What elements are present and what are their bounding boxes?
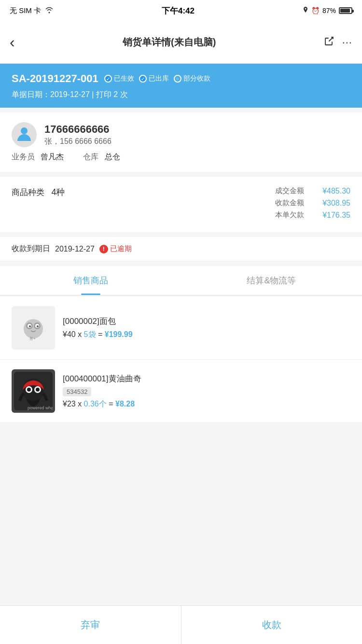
check-icon: ✓ xyxy=(104,75,112,83)
deal-amount-row: 成交金额 ¥485.30 xyxy=(275,186,350,196)
received-amount-row: 收款金额 ¥308.95 xyxy=(275,198,350,208)
status-active-badge: ✓ 已生效 xyxy=(104,74,134,83)
cookie-thumbnail: powered whale xyxy=(14,372,53,410)
customer-name-sub: 张，156 6666 6666 xyxy=(44,137,111,147)
product-name-bread: [0000002]面包 xyxy=(63,316,350,327)
order-id: SA-20191227-001 xyxy=(12,72,98,85)
status-badges: ✓ 已生效 ✓ 已出库 ○ 部分收款 xyxy=(104,74,210,83)
status-right: ⏰ 87% xyxy=(303,7,352,15)
location-icon xyxy=(303,7,308,15)
owed-amount-value: ¥176.35 xyxy=(312,211,350,220)
share-icon[interactable] xyxy=(324,36,334,49)
sales-rep-item: 业务员 曾凡杰 xyxy=(12,152,64,162)
avatar-icon xyxy=(15,125,33,145)
product-price-cookie: ¥23 x 0.36个 = ¥8.28 xyxy=(63,399,350,409)
avatar xyxy=(12,122,37,147)
customer-meta: 业务员 曾凡杰 仓库 总仓 xyxy=(12,152,350,162)
owed-amount-label: 本单欠款 xyxy=(275,210,304,220)
deal-amount-label: 成交金额 xyxy=(275,186,304,196)
product-unit-price-bread: ¥40 xyxy=(63,330,76,338)
products-section: 兽+ [0000002]面包 ¥40 x 5袋 = ¥199.99 xyxy=(0,296,362,423)
stats-right: 成交金额 ¥485.30 收款金额 ¥308.95 本单欠款 ¥176.35 xyxy=(275,186,350,223)
overdue-text: 已逾期 xyxy=(110,244,132,253)
product-thumb-cookie: powered whale xyxy=(12,369,55,413)
owed-amount-row: 本单欠款 ¥176.35 xyxy=(275,210,350,220)
product-qty-bread: 5袋 xyxy=(84,330,96,338)
received-amount-value: ¥308.95 xyxy=(312,199,350,208)
due-date-label: 收款到期日 xyxy=(12,244,50,254)
clock-icon: ○ xyxy=(174,75,181,83)
stats-section: 商品种类 4种 成交金额 ¥485.30 收款金额 ¥308.95 本单欠款 ¥… xyxy=(0,177,362,232)
svg-text:兽+: 兽+ xyxy=(29,336,36,341)
check-icon-2: ✓ xyxy=(139,75,147,83)
carrier-text: 无 SIM 卡 xyxy=(10,6,41,15)
svg-point-1 xyxy=(24,319,43,338)
back-button[interactable]: ‹ xyxy=(10,33,15,51)
svg-point-14 xyxy=(36,388,40,392)
product-name-cookie: [000400001]黄油曲奇 xyxy=(63,373,350,384)
nav-actions: ··· xyxy=(324,36,352,49)
warehouse-value: 总仓 xyxy=(105,153,120,161)
customer-phone: 17666666666 xyxy=(44,123,111,136)
bread-thumbnail: 兽+ xyxy=(19,313,48,342)
tabs-section: 销售商品 结算&物流等 xyxy=(0,266,362,295)
collect-payment-button[interactable]: 收款 xyxy=(181,606,362,644)
tab-settlement-logistics[interactable]: 结算&物流等 xyxy=(181,266,362,295)
page-title: 销货单详情(来自电脑) xyxy=(123,36,216,49)
product-types: 商品种类 4种 xyxy=(12,186,65,198)
product-types-value: 4种 xyxy=(51,187,65,197)
alarm-icon: ⏰ xyxy=(311,7,320,14)
tab-sales-products[interactable]: 销售商品 xyxy=(0,266,181,295)
deal-amount-value: ¥485.30 xyxy=(312,187,350,196)
overdue-icon: ! xyxy=(99,245,108,253)
overdue-badge: ! 已逾期 xyxy=(99,244,132,253)
status-time: 下午4:42 xyxy=(162,5,195,16)
product-total-cookie: ¥8.28 xyxy=(115,400,135,408)
svg-text:powered whale: powered whale xyxy=(28,406,53,410)
svg-point-7 xyxy=(37,325,39,327)
svg-point-0 xyxy=(21,127,28,134)
bottom-actions: 弃审 收款 xyxy=(0,605,362,644)
product-thumb-bread: 兽+ xyxy=(12,306,55,350)
battery-icon xyxy=(339,7,352,14)
product-item-bread: 兽+ [0000002]面包 ¥40 x 5袋 = ¥199.99 xyxy=(0,296,362,360)
customer-row: 17666666666 张，156 6666 6666 xyxy=(12,122,350,147)
nav-bar: ‹ 销货单详情(来自电脑) ··· xyxy=(0,21,362,64)
svg-point-13 xyxy=(27,388,31,392)
product-qty-cookie: 0.36个 xyxy=(84,400,107,408)
product-unit-price-cookie: ¥23 xyxy=(63,400,76,408)
bottom-spacer xyxy=(0,423,362,462)
product-info-bread: [0000002]面包 ¥40 x 5袋 = ¥199.99 xyxy=(63,316,350,340)
wifi-icon xyxy=(45,7,54,15)
order-banner: SA-20191227-001 ✓ 已生效 ✓ 已出库 ○ 部分收款 单据日期：… xyxy=(0,64,362,108)
product-item-cookie: powered whale [000400001]黄油曲奇 534532 ¥23… xyxy=(0,360,362,423)
received-amount-label: 收款金额 xyxy=(275,198,304,208)
product-batch-cookie: 534532 xyxy=(63,387,91,396)
due-date-value: 2019-12-27 xyxy=(55,245,95,253)
product-price-bread: ¥40 x 5袋 = ¥199.99 xyxy=(63,330,350,340)
due-section: 收款到期日 2019-12-27 ! 已逾期 xyxy=(0,237,362,261)
customer-section: 17666666666 张，156 6666 6666 业务员 曾凡杰 仓库 总… xyxy=(0,112,362,172)
status-left: 无 SIM 卡 xyxy=(10,6,54,15)
status-bar: 无 SIM 卡 下午4:42 ⏰ 87% xyxy=(0,0,362,21)
product-info-cookie: [000400001]黄油曲奇 534532 ¥23 x 0.36个 = ¥8.… xyxy=(63,373,350,409)
status-partial-payment-badge: ○ 部分收款 xyxy=(174,74,210,83)
more-icon[interactable]: ··· xyxy=(342,36,352,49)
abandon-review-button[interactable]: 弃审 xyxy=(0,606,181,644)
battery-text: 87% xyxy=(322,7,336,14)
order-banner-top: SA-20191227-001 ✓ 已生效 ✓ 已出库 ○ 部分收款 xyxy=(12,72,350,85)
product-batch-container: 534532 xyxy=(63,387,350,399)
customer-info: 17666666666 张，156 6666 6666 xyxy=(44,123,111,147)
product-total-bread: ¥199.99 xyxy=(105,330,133,338)
order-date-line: 单据日期：2019-12-27 | 打印 2 次 xyxy=(12,90,350,100)
tabs-row: 销售商品 结算&物流等 xyxy=(0,266,362,295)
status-shipped-badge: ✓ 已出库 xyxy=(139,74,169,83)
sales-rep-value: 曾凡杰 xyxy=(41,153,64,161)
svg-point-6 xyxy=(29,325,31,327)
warehouse-item: 仓库 总仓 xyxy=(83,152,120,162)
